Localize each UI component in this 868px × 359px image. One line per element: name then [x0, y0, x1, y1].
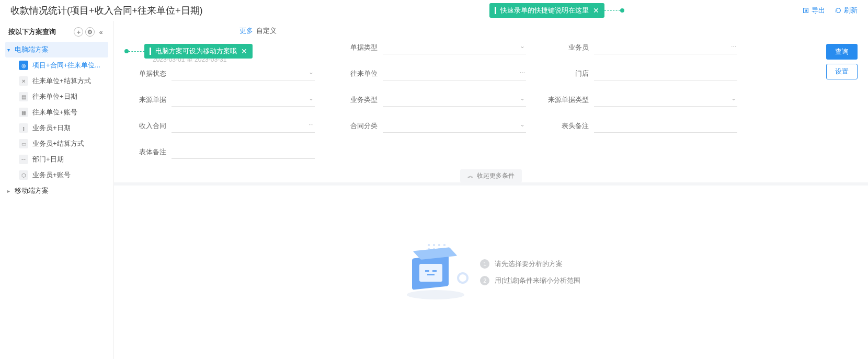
scheme-item-sales-settlement[interactable]: ▭业务员+结算方式 — [17, 136, 108, 152]
scheme-item-dept-date[interactable]: 〰部门+日期 — [17, 152, 108, 167]
refresh-icon — [835, 7, 842, 14]
tip-bar-icon — [495, 7, 496, 14]
field-store[interactable]: 门店 — [547, 67, 737, 80]
scheme-item-project-contract[interactable]: ◎项目+合同+往来单位... — [17, 57, 108, 73]
page-title: 收款情况统计(项目+收入合同+往来单位+日期) — [10, 4, 203, 17]
query-button[interactable]: 查询 — [826, 44, 858, 60]
step-1: 1请先选择要分析的方案 — [480, 259, 580, 269]
tree-group-mobile[interactable]: ▸ 移动端方案 — [5, 183, 108, 199]
tip-dot-icon — [124, 49, 129, 53]
field-biz-type[interactable]: 业务类型⌄ — [336, 93, 526, 107]
field-doc-type[interactable]: 单据类型⌄ — [336, 41, 526, 54]
tab-custom[interactable]: 自定义 — [256, 26, 277, 36]
scheme-item-unit-date[interactable]: ▤往来单位+日期 — [17, 89, 108, 105]
field-doc-status[interactable]: 单据状态⌄ — [124, 67, 315, 80]
filter-tabs: 更多 自定义 — [124, 26, 858, 36]
tip-shortcut-text: 快速录单的快捷键说明在这里 — [500, 6, 589, 15]
tree-group-desktop[interactable]: ▾ 电脑端方案 — [5, 42, 108, 57]
scheme-settings-button[interactable]: ⚙ — [85, 27, 95, 37]
scheme-item-unit-account[interactable]: ▦往来单位+账号 — [17, 105, 108, 120]
step-2: 2用[过滤]条件来缩小分析范围 — [480, 276, 580, 285]
chevron-down-icon: ⌄ — [309, 68, 314, 76]
chevron-down-icon: ⌄ — [520, 42, 525, 50]
chevron-up-icon: ︽ — [467, 171, 474, 180]
field-salesman[interactable]: 业务员··· — [547, 41, 737, 54]
tab-more[interactable]: 更多 — [239, 26, 253, 36]
tree-children: ◎项目+合同+往来单位... ✕往来单位+结算方式 ▤往来单位+日期 ▦往来单位… — [5, 57, 108, 183]
wave-icon: 〰 — [19, 155, 28, 164]
collapse-more-button[interactable]: ︽ 收起更多条件 — [460, 169, 522, 182]
chevron-down-icon: ⌄ — [520, 95, 525, 102]
sidebar-title: 按以下方案查询 — [8, 27, 56, 37]
export-icon — [802, 7, 809, 14]
scheme-item-unit-settlement[interactable]: ✕往来单位+结算方式 — [17, 73, 108, 89]
grid-icon: ▦ — [19, 108, 28, 117]
field-body-remark[interactable]: 表体备注 — [124, 145, 315, 159]
field-income-contract[interactable]: 收入合同··· — [124, 119, 315, 133]
bar-icon: ⫿ — [19, 123, 28, 133]
export-button[interactable]: 导出 — [802, 6, 825, 15]
sidebar-collapse-button[interactable]: « — [97, 28, 105, 36]
scheme-item-sales-account[interactable]: ⬡业务员+账号 — [17, 167, 108, 183]
collapse-bar: ︽ 收起更多条件 — [124, 169, 858, 182]
card-icon: ▭ — [19, 139, 28, 148]
main: 电脑方案可设为移动方案哦 ✕ 更多 自定义 2023-03-01 至 2023-… — [114, 21, 868, 359]
refresh-button[interactable]: 刷新 — [835, 6, 858, 15]
scheme-item-sales-date[interactable]: ⫿业务员+日期 — [17, 120, 108, 136]
tip-scheme-wrap: 电脑方案可设为移动方案哦 ✕ — [124, 44, 253, 59]
body: 按以下方案查询 ＋ ⚙ « ▾ 电脑端方案 ◎项目+合同+往来单位... ✕往来… — [0, 21, 868, 359]
tip-connector — [604, 10, 620, 11]
hex-icon: ⬡ — [19, 170, 28, 180]
chevron-down-icon: ⌄ — [520, 121, 525, 128]
more-icon: ··· — [731, 42, 736, 50]
filter-area: 电脑方案可设为移动方案哦 ✕ 更多 自定义 2023-03-01 至 2023-… — [114, 21, 868, 182]
tip-scheme[interactable]: 电脑方案可设为移动方案哦 ✕ — [144, 44, 253, 59]
page-header: 收款情况统计(项目+收入合同+往来单位+日期) 快速录单的快捷键说明在这里 ✕ … — [0, 0, 868, 21]
header-actions: 导出 刷新 — [802, 6, 858, 15]
step-number-icon: 1 — [480, 259, 489, 269]
target-icon: ◎ — [19, 61, 28, 70]
tip-connector — [129, 51, 144, 52]
add-scheme-button[interactable]: ＋ — [74, 27, 83, 37]
field-partner[interactable]: 往来单位··· — [336, 67, 526, 80]
tip-scheme-text: 电脑方案可设为移动方案哦 — [155, 47, 237, 56]
settings-button[interactable]: 设置 — [826, 64, 858, 79]
content-area: 1请先选择要分析的方案 2用[过滤]条件来缩小分析范围 — [114, 182, 868, 359]
more-icon: ··· — [309, 121, 314, 128]
more-icon: ··· — [520, 68, 525, 76]
chevron-down-icon: ⌄ — [731, 95, 736, 102]
field-contract-category[interactable]: 合同分类⌄ — [336, 119, 526, 133]
tree-group-label: 移动端方案 — [15, 186, 49, 195]
empty-illustration — [402, 241, 464, 304]
field-header-remark[interactable]: 表头备注 — [547, 119, 737, 133]
field-source-doc[interactable]: 来源单据⌄ — [124, 93, 315, 107]
chevron-down-icon: ⌄ — [309, 95, 314, 102]
field-source-doc-type[interactable]: 来源单据类型⌄ — [547, 93, 737, 107]
caret-right-icon: ▸ — [7, 188, 13, 194]
caret-down-icon: ▾ — [7, 47, 13, 53]
close-icon[interactable]: ✕ — [241, 47, 247, 55]
tip-shortcut[interactable]: 快速录单的快捷键说明在这里 ✕ — [489, 3, 604, 18]
step-number-icon: 2 — [480, 276, 489, 285]
close-icon[interactable]: ✕ — [593, 6, 599, 15]
tip-bar-icon — [150, 48, 151, 55]
tree-group-label: 电脑端方案 — [15, 45, 49, 54]
action-buttons: 查询 设置 — [826, 44, 858, 79]
scheme-tree: ▾ 电脑端方案 ◎项目+合同+往来单位... ✕往来单位+结算方式 ▤往来单位+… — [5, 42, 108, 199]
empty-steps: 1请先选择要分析的方案 2用[过滤]条件来缩小分析范围 — [480, 259, 580, 285]
sidebar: 按以下方案查询 ＋ ⚙ « ▾ 电脑端方案 ◎项目+合同+往来单位... ✕往来… — [0, 21, 114, 359]
tip-shortcut-wrap: 快速录单的快捷键说明在这里 ✕ — [489, 3, 624, 18]
tip-dot-icon — [620, 8, 624, 13]
sidebar-head: 按以下方案查询 ＋ ⚙ « — [5, 25, 108, 39]
list-icon: ▤ — [19, 92, 28, 101]
cross-icon: ✕ — [19, 76, 28, 86]
